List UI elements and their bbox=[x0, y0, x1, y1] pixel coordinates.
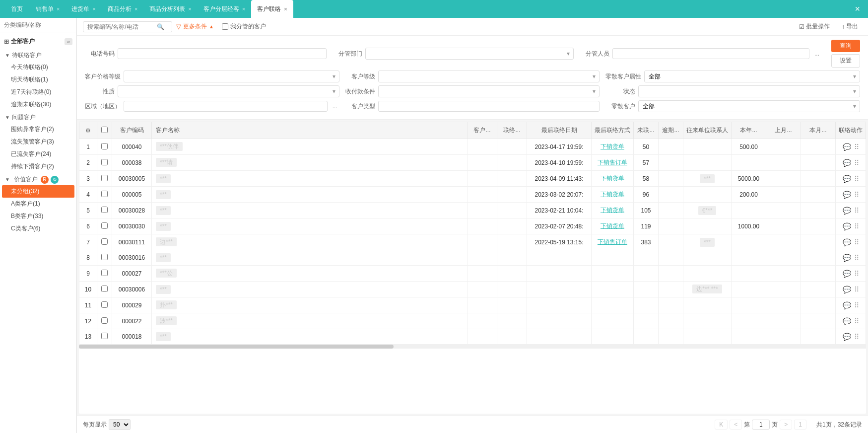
th-person[interactable]: 往来单位联系人 bbox=[683, 122, 732, 139]
retail-cust-select[interactable]: 全部 bbox=[638, 100, 860, 112]
row-checkbox[interactable] bbox=[101, 270, 108, 276]
apps-icon[interactable]: ⠿ bbox=[854, 175, 859, 183]
row-checkbox[interactable] bbox=[101, 159, 108, 165]
apps-icon[interactable]: ⠿ bbox=[854, 159, 859, 167]
apps-icon[interactable]: ⠿ bbox=[854, 333, 859, 341]
tree-item-declining[interactable]: 持续下滑客户(2) bbox=[0, 160, 76, 173]
tree-item-hoarding[interactable]: 囤购异常客户(2) bbox=[0, 123, 76, 136]
row-checkbox[interactable] bbox=[101, 222, 108, 229]
settings-icon[interactable]: ⚙ bbox=[85, 127, 91, 134]
apps-icon[interactable]: ⠿ bbox=[854, 286, 859, 293]
close-sales-icon[interactable]: × bbox=[57, 6, 60, 12]
page-first-btn[interactable]: K bbox=[715, 420, 728, 430]
reset-btn[interactable]: 设置 bbox=[831, 54, 860, 68]
row-checkbox[interactable] bbox=[101, 175, 108, 181]
row-checkbox[interactable] bbox=[101, 191, 108, 197]
tree-item-churn-warning[interactable]: 流失预警客户(3) bbox=[0, 136, 76, 148]
nav-tab-analysis[interactable]: 商品分析 × bbox=[102, 0, 143, 18]
row-checkbox[interactable] bbox=[101, 143, 108, 149]
th-code[interactable]: 客户编码 bbox=[112, 122, 152, 139]
tree-item-c-class[interactable]: C类客户(6) bbox=[0, 222, 76, 235]
manager-input[interactable] bbox=[612, 48, 809, 59]
method-link[interactable]: 下销货单 bbox=[601, 222, 624, 229]
method-link[interactable]: 下销售订单 bbox=[598, 238, 627, 245]
contact-icon[interactable]: 💬 bbox=[843, 333, 851, 341]
row-checkbox[interactable] bbox=[101, 317, 108, 324]
tree-item-churned[interactable]: 已流失客户(24) bbox=[0, 148, 76, 160]
manager-more-icon[interactable]: ... bbox=[812, 50, 821, 57]
method-link[interactable]: 下销货单 bbox=[601, 143, 624, 150]
tree-item-ungroup[interactable]: 未分组(32) bbox=[2, 185, 74, 198]
contact-icon[interactable]: 💬 bbox=[843, 222, 851, 230]
method-link[interactable]: 下销货单 bbox=[601, 175, 624, 182]
nature-select[interactable] bbox=[118, 85, 339, 97]
export-btn[interactable]: ↑ 导出 bbox=[838, 21, 862, 32]
row-checkbox[interactable] bbox=[101, 286, 108, 292]
filter-search-input[interactable] bbox=[87, 23, 157, 30]
contact-icon[interactable]: 💬 bbox=[843, 143, 851, 151]
nav-tab-sales[interactable]: 销售单 × bbox=[30, 0, 66, 18]
page-last-btn[interactable]: 1 bbox=[794, 420, 806, 430]
tree-item-7days[interactable]: 近7天待联络(0) bbox=[0, 86, 76, 98]
sidebar-search-input[interactable] bbox=[4, 21, 77, 28]
th-last-date[interactable]: 最后联络日期 bbox=[527, 122, 592, 139]
tree-item-tomorrow[interactable]: 明天待联络(1) bbox=[0, 73, 76, 86]
row-checkbox[interactable] bbox=[101, 238, 108, 245]
row-checkbox[interactable] bbox=[101, 301, 108, 308]
area-more-icon[interactable]: ... bbox=[331, 103, 339, 110]
page-prev-btn[interactable]: < bbox=[730, 420, 742, 430]
per-page-select[interactable]: 50 bbox=[109, 419, 131, 430]
apps-icon[interactable]: ⠿ bbox=[854, 222, 859, 230]
status-select[interactable] bbox=[638, 85, 860, 97]
section-pending-contact[interactable]: ▼ 待联络客户 bbox=[0, 49, 76, 61]
filter-more-btn[interactable]: ▽ 更多条件 ▲ bbox=[176, 22, 214, 31]
apps-icon[interactable]: ⠿ bbox=[854, 254, 859, 262]
th-settings[interactable]: ⚙ bbox=[79, 122, 97, 139]
th-year-amount[interactable]: 本年... bbox=[732, 122, 766, 139]
section-problem-customers[interactable]: ▼ 问题客户 bbox=[0, 111, 76, 123]
page-next-btn[interactable]: > bbox=[780, 420, 792, 430]
close-analysis-list-icon[interactable]: × bbox=[188, 6, 191, 12]
th-this-month-amount[interactable]: 本月... bbox=[801, 122, 836, 139]
cust-type-input[interactable] bbox=[378, 101, 600, 112]
contact-icon[interactable]: 💬 bbox=[843, 270, 851, 278]
tree-item-a-class[interactable]: A类客户(1) bbox=[0, 198, 76, 210]
select-all-check[interactable] bbox=[101, 127, 108, 133]
apps-icon[interactable]: ⠿ bbox=[854, 143, 859, 151]
th-name[interactable]: 客户名称 bbox=[152, 122, 467, 139]
th-days[interactable]: 未联... bbox=[634, 122, 659, 139]
dept-select[interactable] bbox=[365, 48, 574, 60]
close-analysis-icon[interactable]: × bbox=[134, 6, 137, 12]
th-overdue[interactable]: 逾期... bbox=[659, 122, 683, 139]
th-type[interactable]: 客户... bbox=[467, 122, 497, 139]
tree-item-overdue[interactable]: 逾期未联络(30) bbox=[0, 98, 76, 111]
nav-tab-analysis-list[interactable]: 商品分析列表 × bbox=[143, 0, 197, 18]
page-input[interactable] bbox=[752, 420, 770, 430]
nav-tab-purchase[interactable]: 进货单 × bbox=[66, 0, 101, 18]
close-customer-segment-icon[interactable]: × bbox=[242, 6, 245, 12]
row-checkbox[interactable] bbox=[101, 333, 108, 339]
contact-icon[interactable]: 💬 bbox=[843, 191, 851, 199]
apps-icon[interactable]: ⠿ bbox=[854, 238, 859, 246]
batch-ops-btn[interactable]: ☑ 批量操作 bbox=[795, 21, 834, 32]
area-input[interactable] bbox=[124, 101, 328, 112]
method-link[interactable]: 下销售订单 bbox=[598, 159, 627, 166]
th-check[interactable] bbox=[97, 122, 112, 139]
my-customers-checkbox[interactable]: 我分管的客户 bbox=[222, 22, 266, 31]
th-contact[interactable]: 联络... bbox=[497, 122, 527, 139]
method-link[interactable]: 下销货单 bbox=[601, 207, 624, 214]
apps-icon[interactable]: ⠿ bbox=[854, 270, 859, 278]
my-customers-check[interactable] bbox=[222, 23, 228, 30]
contact-icon[interactable]: 💬 bbox=[843, 175, 851, 183]
cust-level-select[interactable] bbox=[378, 71, 600, 82]
refresh-badge[interactable]: ↻ bbox=[51, 176, 59, 184]
apps-icon[interactable]: ⠿ bbox=[854, 207, 859, 215]
contact-icon[interactable]: 💬 bbox=[843, 317, 851, 325]
method-link[interactable]: 下销货单 bbox=[601, 191, 624, 198]
tree-all-customers[interactable]: ⊞ 全部客户 « bbox=[0, 34, 76, 49]
apps-icon[interactable]: ⠿ bbox=[854, 191, 859, 199]
row-checkbox[interactable] bbox=[101, 207, 108, 213]
tree-item-b-class[interactable]: B类客户(33) bbox=[0, 210, 76, 222]
payment-select[interactable] bbox=[378, 85, 600, 97]
collapse-btn[interactable]: « bbox=[65, 38, 72, 45]
